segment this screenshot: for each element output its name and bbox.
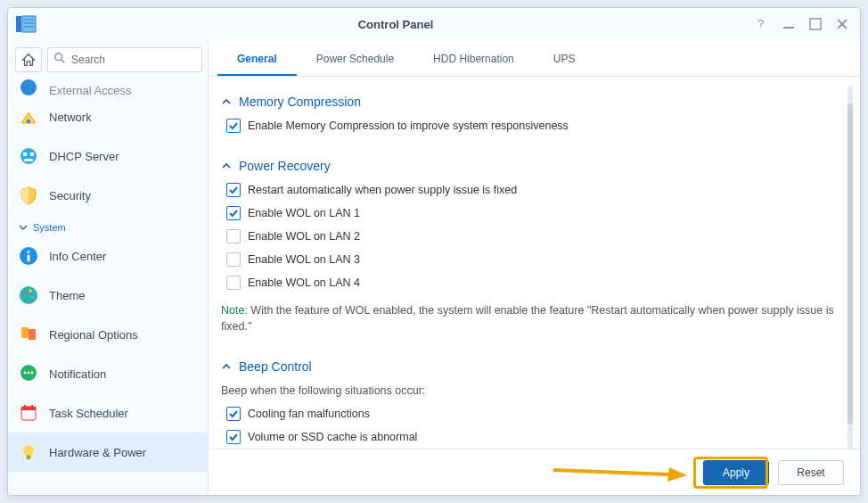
svg-rect-13 bbox=[27, 120, 30, 123]
sidebar-list: External Access Network DHCP Server Secu… bbox=[8, 78, 208, 495]
search-input[interactable] bbox=[71, 54, 196, 66]
checkbox-unchecked[interactable] bbox=[226, 252, 241, 267]
sidebar-category-system[interactable]: System bbox=[8, 215, 208, 236]
sidebar-item-network[interactable]: Network bbox=[8, 97, 208, 136]
sidebar-item-external-access[interactable]: External Access bbox=[8, 79, 208, 97]
section-title: Power Recovery bbox=[239, 159, 331, 173]
chat-icon bbox=[19, 364, 38, 383]
sidebar-item-notification[interactable]: Notification bbox=[8, 354, 208, 393]
sidebar-item-label: External Access bbox=[49, 84, 132, 97]
close-icon[interactable] bbox=[835, 17, 849, 31]
checkbox-unchecked[interactable] bbox=[226, 229, 241, 243]
svg-rect-26 bbox=[29, 329, 36, 340]
sidebar-item-task-scheduler[interactable]: Task Scheduler bbox=[8, 393, 208, 433]
option-enable-memory-compression[interactable]: Enable Memory Compression to improve sys… bbox=[221, 114, 835, 137]
sidebar-item-label: Notification bbox=[49, 367, 106, 381]
svg-point-19 bbox=[27, 251, 29, 253]
svg-rect-25 bbox=[21, 327, 29, 338]
tab-bar: General Power Schedule HDD Hibernation U… bbox=[209, 40, 860, 77]
svg-rect-33 bbox=[24, 405, 26, 408]
svg-text:?: ? bbox=[757, 17, 764, 30]
svg-point-23 bbox=[29, 289, 32, 293]
tab-hdd-hibernation[interactable]: HDD Hibernation bbox=[414, 47, 534, 76]
option-wol-lan3[interactable]: Enable WOL on LAN 3 bbox=[221, 248, 835, 271]
svg-point-12 bbox=[20, 79, 37, 95]
content-area: Memory Compression Enable Memory Compres… bbox=[209, 77, 860, 449]
sidebar-item-label: Security bbox=[49, 189, 91, 202]
option-wol-lan1[interactable]: Enable WOL on LAN 1 bbox=[221, 202, 835, 225]
sidebar-item-info-center[interactable]: Info Center bbox=[8, 236, 208, 276]
sidebar-item-label: Regional Options bbox=[49, 328, 138, 342]
chevron-up-icon bbox=[221, 361, 232, 372]
reset-button[interactable]: Reset bbox=[778, 460, 844, 485]
section-beep-control[interactable]: Beep Control bbox=[221, 350, 835, 379]
option-restart-auto[interactable]: Restart automatically when power supply … bbox=[221, 178, 835, 202]
search-icon bbox=[53, 52, 66, 68]
svg-point-28 bbox=[24, 372, 27, 375]
svg-rect-0 bbox=[16, 16, 21, 32]
option-label: Enable WOL on LAN 3 bbox=[248, 253, 360, 266]
option-volume-abnormal[interactable]: Volume or SSD cache is abnormal bbox=[221, 425, 835, 449]
sidebar-item-regional[interactable]: Regional Options bbox=[8, 315, 208, 354]
search-field[interactable] bbox=[47, 47, 202, 72]
help-icon[interactable]: ? bbox=[755, 17, 769, 31]
network-icon bbox=[19, 107, 38, 127]
svg-rect-20 bbox=[28, 255, 30, 262]
beep-intro: Beep when the following situations occur… bbox=[221, 379, 835, 402]
checkbox-checked[interactable] bbox=[226, 119, 241, 133]
control-panel-window: Control Panel ? External Acce bbox=[7, 7, 861, 496]
window-controls: ? bbox=[755, 17, 853, 31]
window-title: Control Panel bbox=[37, 18, 755, 31]
sidebar-item-label: Hardware & Power bbox=[49, 446, 146, 459]
option-wol-lan2[interactable]: Enable WOL on LAN 2 bbox=[221, 225, 835, 248]
apply-button[interactable]: Apply bbox=[703, 460, 769, 485]
checkbox-checked[interactable] bbox=[226, 430, 241, 444]
flags-icon bbox=[19, 325, 38, 344]
svg-rect-34 bbox=[31, 405, 33, 408]
option-wol-lan4[interactable]: Enable WOL on LAN 4 bbox=[221, 271, 835, 294]
option-label: Enable Memory Compression to improve sys… bbox=[248, 120, 569, 132]
minimize-icon[interactable] bbox=[782, 17, 796, 31]
svg-rect-7 bbox=[810, 19, 821, 29]
sidebar-item-label: DHCP Server bbox=[49, 150, 119, 163]
svg-line-37 bbox=[553, 470, 669, 474]
tab-ups[interactable]: UPS bbox=[534, 47, 595, 76]
option-label: Restart automatically when power supply … bbox=[248, 184, 517, 196]
body: External Access Network DHCP Server Secu… bbox=[8, 40, 860, 495]
checkbox-checked[interactable] bbox=[226, 183, 241, 197]
svg-line-11 bbox=[61, 60, 65, 63]
sidebar-item-label: Task Scheduler bbox=[49, 407, 128, 420]
svg-point-24 bbox=[30, 295, 34, 299]
checkbox-checked[interactable] bbox=[226, 206, 241, 220]
svg-point-29 bbox=[28, 372, 30, 375]
svg-rect-6 bbox=[783, 27, 794, 29]
checkbox-checked[interactable] bbox=[226, 407, 241, 421]
section-memory-compression[interactable]: Memory Compression bbox=[221, 86, 835, 114]
sidebar-item-hardware-power[interactable]: Hardware & Power bbox=[8, 433, 208, 472]
sidebar: External Access Network DHCP Server Secu… bbox=[8, 40, 209, 495]
sidebar-item-security[interactable]: Security bbox=[8, 176, 208, 215]
sidebar-item-label: Network bbox=[49, 111, 92, 124]
option-fan-malfunctions[interactable]: Cooling fan malfunctions bbox=[221, 402, 835, 425]
sidebar-category-label: System bbox=[33, 222, 66, 233]
maximize-icon[interactable] bbox=[808, 17, 823, 31]
section-power-recovery[interactable]: Power Recovery bbox=[221, 150, 835, 178]
dhcp-icon bbox=[19, 146, 38, 166]
svg-point-30 bbox=[31, 372, 34, 375]
scrollbar[interactable] bbox=[848, 86, 853, 449]
shield-icon bbox=[19, 186, 38, 205]
sidebar-item-dhcp[interactable]: DHCP Server bbox=[8, 136, 208, 176]
checkbox-unchecked[interactable] bbox=[226, 276, 241, 290]
tab-power-schedule[interactable]: Power Schedule bbox=[297, 47, 414, 76]
titlebar: Control Panel ? bbox=[8, 8, 860, 40]
home-button[interactable] bbox=[15, 47, 42, 72]
bulb-icon bbox=[19, 442, 38, 462]
sidebar-item-theme[interactable]: Theme bbox=[8, 276, 208, 315]
svg-rect-17 bbox=[24, 159, 33, 161]
tab-general[interactable]: General bbox=[217, 47, 297, 76]
globe-icon bbox=[19, 79, 38, 97]
option-label: Volume or SSD cache is abnormal bbox=[248, 431, 417, 443]
wol-note: Note: With the feature of WOL enabled, t… bbox=[221, 294, 835, 338]
svg-point-35 bbox=[23, 445, 34, 456]
callout-arrow-icon bbox=[553, 464, 687, 482]
